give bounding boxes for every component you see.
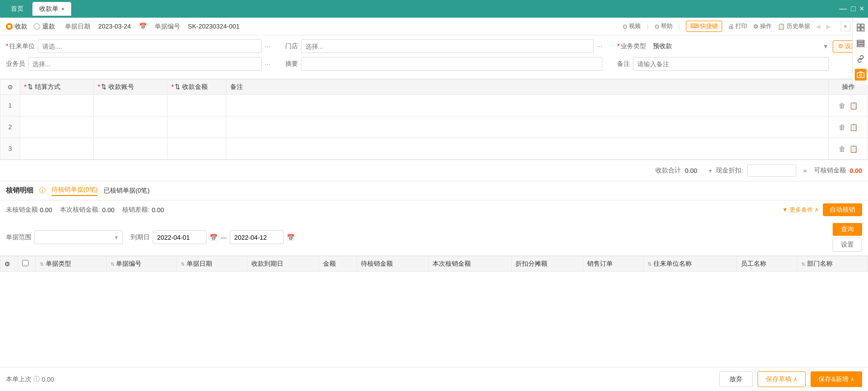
salesperson-more-btn[interactable]: ··· [265, 60, 271, 68]
calendar-icon[interactable]: 📅 [139, 23, 147, 30]
minimize-btn[interactable]: — [839, 4, 847, 13]
collapse-icon: ∧ [814, 206, 819, 213]
bottom-info-icon[interactable]: ⓘ [33, 375, 40, 384]
row-1-account[interactable] [94, 95, 167, 116]
unchecked-label: 未核销金额 [6, 205, 38, 214]
list-view-icon[interactable]: ≡ [841, 22, 850, 31]
account-input-2[interactable] [98, 121, 163, 134]
abandon-btn[interactable]: 放弃 [719, 371, 753, 387]
tab-bar: 首页 收款单 × — □ × [0, 0, 868, 18]
due-date-end-input[interactable] [230, 230, 284, 244]
tab-home[interactable]: 首页 [4, 2, 30, 16]
receive-radio[interactable]: 收款 [6, 22, 27, 31]
filter-settings-btn[interactable]: 设置 [833, 238, 862, 251]
operation-action[interactable]: ⚙ 操作 [753, 22, 772, 30]
sidebar-link-btn[interactable] [855, 53, 867, 65]
svg-rect-0 [857, 24, 860, 27]
copy-row-3-icon[interactable]: 📋 [849, 145, 858, 153]
receive-label: 收款 [15, 22, 27, 31]
delete-row-1-icon[interactable]: 🗑 [839, 102, 845, 110]
auto-verify-btn[interactable]: 自动核销 [823, 203, 862, 216]
settlement-input-3[interactable] [24, 142, 89, 155]
end-calendar-icon[interactable]: 📅 [287, 234, 295, 241]
verification-info-icon[interactable]: ⓘ [39, 186, 46, 195]
account-input-3[interactable] [98, 142, 163, 155]
sidebar-table-icon [857, 24, 865, 31]
select-all-checkbox[interactable] [22, 260, 28, 266]
window-close-btn[interactable]: × [860, 4, 864, 13]
help-action[interactable]: ⊙ 帮助 [654, 22, 673, 30]
row-2-amount[interactable] [167, 116, 226, 138]
done-tab[interactable]: 已核销单据(0笔) [104, 186, 150, 195]
history-icon: 📋 [778, 23, 785, 30]
row-3-account[interactable] [94, 138, 167, 160]
row-2-remarks[interactable] [226, 116, 829, 138]
row-1-amount[interactable] [167, 95, 226, 116]
shop-more-btn[interactable]: ··· [597, 42, 602, 50]
more-conditions-btn[interactable]: ▼ 更多条件 ∧ [782, 206, 819, 214]
print-action[interactable]: 🖨 打印 [728, 22, 747, 30]
delete-row-2-icon[interactable]: 🗑 [839, 123, 845, 131]
row-2-settlement[interactable] [20, 116, 94, 138]
tab-current[interactable]: 收款单 × [32, 2, 71, 16]
save-new-btn[interactable]: 保存&新增 ∧ [811, 371, 862, 387]
row-3-amount[interactable] [167, 138, 226, 160]
remarks-input-2[interactable] [230, 121, 824, 134]
svg-rect-7 [857, 73, 864, 78]
settlement-input-2[interactable] [24, 121, 89, 134]
svg-rect-1 [861, 24, 864, 27]
delete-row-3-icon[interactable]: 🗑 [839, 145, 845, 153]
remarks-input-3[interactable] [230, 142, 824, 155]
history-action[interactable]: 📋 历史单据 [778, 22, 810, 30]
partner-input[interactable] [38, 39, 262, 53]
account-input-1[interactable] [98, 99, 163, 112]
amount-input-2[interactable] [171, 121, 222, 134]
business-type-dropdown-icon[interactable]: ▼ [822, 43, 829, 50]
settlement-input-1[interactable] [24, 99, 89, 112]
query-btn[interactable]: 查询 [833, 223, 862, 236]
row-3-remarks[interactable] [226, 138, 829, 160]
row-1-settlement[interactable] [20, 95, 94, 116]
verify-table-settings-icon[interactable]: ⚙ [4, 260, 10, 268]
shortcut-label: 快捷键 [700, 23, 718, 29]
summary-input[interactable] [301, 57, 602, 71]
salesperson-input[interactable] [28, 57, 262, 71]
refund-radio[interactable]: 退款 [33, 22, 55, 31]
table-settings-icon[interactable]: ⚙ [7, 84, 13, 91]
right-sidebar [852, 18, 868, 84]
row-3-settlement[interactable] [20, 138, 94, 160]
discount-input[interactable] [747, 164, 796, 177]
net-label: 可核销金额 [814, 166, 846, 175]
sidebar-camera-btn[interactable] [855, 69, 867, 81]
remarks-input[interactable] [633, 57, 829, 71]
amount-input-1[interactable] [171, 99, 222, 112]
amount-input-3[interactable] [171, 142, 222, 155]
svg-rect-5 [857, 43, 864, 44]
save-draft-btn[interactable]: 保存草稿 ∧ [758, 371, 806, 387]
pending-tab[interactable]: 待核销单据(0笔) [52, 185, 98, 196]
operation-label: 操作 [760, 22, 772, 30]
save-new-arrow: ∧ [850, 376, 854, 383]
start-calendar-icon[interactable]: 📅 [210, 234, 217, 241]
vth-checkbox [18, 256, 36, 272]
sidebar-table-btn[interactable] [855, 22, 867, 33]
row-2-account[interactable] [94, 116, 167, 138]
partner-label: 往来单位 [6, 42, 35, 51]
shortcut-btn[interactable]: ⌨ 快捷键 [686, 21, 722, 32]
filter-icon: ▼ [782, 206, 788, 213]
partner-more-btn[interactable]: ··· [265, 42, 271, 50]
sidebar-list-btn[interactable] [855, 37, 867, 49]
range-select[interactable] [34, 230, 123, 244]
remarks-input-1[interactable] [230, 99, 824, 112]
doc-type-radio-group: 收款 退款 [6, 22, 55, 31]
copy-row-1-icon[interactable]: 📋 [849, 102, 858, 110]
tab-close-icon[interactable]: × [61, 6, 64, 12]
shop-input[interactable] [301, 39, 594, 53]
copy-row-2-icon[interactable]: 📋 [849, 123, 858, 131]
help-label: 帮助 [661, 22, 673, 30]
top-toolbar: 收款 退款 单据日期 2023-03-24 📅 单据编号 SK-20230324… [0, 18, 868, 35]
maximize-btn[interactable]: □ [851, 4, 856, 13]
due-date-start-input[interactable] [153, 230, 207, 244]
row-1-remarks[interactable] [226, 95, 829, 116]
video-action[interactable]: ⊙ 视频 [623, 22, 641, 30]
